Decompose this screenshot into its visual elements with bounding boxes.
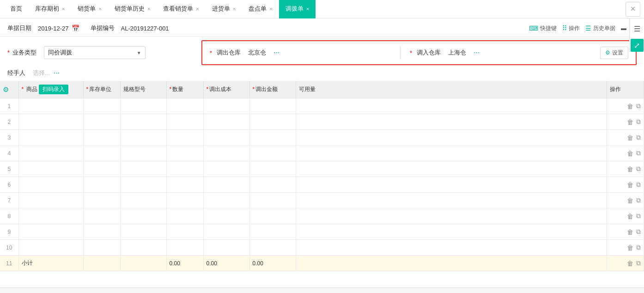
unit-cell[interactable]: [83, 161, 120, 177]
cost-cell[interactable]: [203, 98, 249, 114]
cost-cell[interactable]: [203, 130, 249, 146]
product-cell[interactable]: [18, 130, 83, 146]
copy-icon[interactable]: ⧉: [636, 118, 641, 126]
copy-icon[interactable]: ⧉: [636, 196, 641, 204]
tab-sales-close[interactable]: ×: [98, 6, 101, 12]
spec-cell[interactable]: [120, 193, 166, 208]
tab-sales[interactable]: 销货单 ×: [71, 0, 108, 18]
qty-cell[interactable]: [166, 146, 203, 161]
spec-cell[interactable]: [120, 130, 166, 146]
avail-cell[interactable]: [296, 193, 607, 208]
calendar-icon[interactable]: 📅: [72, 24, 79, 32]
qty-cell[interactable]: [166, 240, 203, 256]
product-cell[interactable]: [18, 193, 83, 208]
delete-icon[interactable]: 🗑: [627, 260, 633, 267]
tab-transfer-close[interactable]: ×: [306, 6, 309, 12]
unit-cell[interactable]: [83, 146, 120, 161]
delete-icon[interactable]: 🗑: [627, 118, 633, 126]
amount-cell[interactable]: [249, 98, 296, 114]
scan-entry-button[interactable]: 扫码录入: [39, 85, 68, 94]
delete-icon[interactable]: 🗑: [627, 228, 633, 236]
tab-inventory-init[interactable]: 库存期初 ×: [29, 0, 71, 18]
copy-icon[interactable]: ⧉: [636, 102, 641, 110]
product-cell[interactable]: [18, 240, 83, 256]
avail-cell[interactable]: [296, 146, 607, 161]
unit-cell[interactable]: [83, 98, 120, 114]
delete-icon[interactable]: 🗑: [627, 165, 633, 173]
avail-cell[interactable]: [296, 224, 607, 240]
spec-cell[interactable]: [120, 98, 166, 114]
avail-cell[interactable]: [296, 240, 607, 256]
global-close-button[interactable]: ×: [626, 2, 640, 17]
copy-icon[interactable]: ⧉: [636, 259, 641, 267]
tab-inventory[interactable]: 盘点单 ×: [242, 0, 279, 18]
cost-cell[interactable]: [203, 161, 249, 177]
settings-button[interactable]: ⚙ 设置: [600, 47, 628, 59]
avail-cell[interactable]: [296, 114, 607, 130]
tab-sales-history[interactable]: 销货单历史 ×: [108, 0, 157, 18]
amount-cell[interactable]: [249, 146, 296, 161]
tab-home[interactable]: 首页: [4, 0, 29, 18]
scrollbar[interactable]: [0, 287, 644, 293]
warehouse-out-more-btn[interactable]: ···: [273, 49, 279, 57]
qty-cell[interactable]: [166, 130, 203, 146]
unit-cell[interactable]: [83, 114, 120, 130]
spec-cell[interactable]: [120, 146, 166, 161]
delete-icon[interactable]: 🗑: [627, 197, 633, 204]
amount-cell[interactable]: [249, 208, 296, 224]
sidebar-expand-icon[interactable]: ⤢: [631, 39, 644, 52]
spec-cell[interactable]: [120, 114, 166, 130]
spec-cell[interactable]: [120, 240, 166, 256]
avail-cell[interactable]: [296, 161, 607, 177]
product-cell[interactable]: [18, 224, 83, 240]
copy-icon[interactable]: ⧉: [636, 165, 641, 173]
handler-placeholder[interactable]: 选择...: [33, 69, 50, 77]
tab-view-sales-close[interactable]: ×: [196, 6, 199, 12]
operations-btn[interactable]: ⠿ 操作: [562, 24, 580, 32]
qty-cell[interactable]: [166, 177, 203, 193]
copy-icon[interactable]: ⧉: [636, 149, 641, 157]
delete-icon[interactable]: 🗑: [627, 213, 633, 220]
cost-cell[interactable]: [203, 224, 249, 240]
shortcuts-btn[interactable]: ⌨ 快捷键: [529, 24, 557, 32]
tab-inventory-init-close[interactable]: ×: [62, 6, 65, 12]
warehouse-in-more-btn[interactable]: ···: [474, 49, 480, 57]
amount-cell[interactable]: [249, 114, 296, 130]
spec-cell[interactable]: [120, 177, 166, 193]
cost-cell[interactable]: [203, 240, 249, 256]
delete-icon[interactable]: 🗑: [627, 181, 633, 189]
amount-cell[interactable]: [249, 193, 296, 208]
copy-icon[interactable]: ⧉: [636, 228, 641, 236]
copy-icon[interactable]: ⧉: [636, 244, 641, 251]
qty-cell[interactable]: [166, 208, 203, 224]
copy-icon[interactable]: ⧉: [636, 181, 641, 189]
amount-cell[interactable]: [249, 177, 296, 193]
cost-cell[interactable]: [203, 146, 249, 161]
spec-cell[interactable]: [120, 161, 166, 177]
qty-cell[interactable]: [166, 224, 203, 240]
tab-view-sales[interactable]: 查看销货单 ×: [157, 0, 205, 18]
copy-icon[interactable]: ⧉: [636, 212, 641, 220]
delete-icon[interactable]: 🗑: [627, 244, 633, 251]
unit-cell[interactable]: [83, 130, 120, 146]
product-cell[interactable]: [18, 208, 83, 224]
avail-cell[interactable]: [296, 130, 607, 146]
delete-icon[interactable]: 🗑: [627, 103, 633, 110]
cost-cell[interactable]: [203, 208, 249, 224]
product-cell[interactable]: [18, 146, 83, 161]
business-type-select[interactable]: 同价调拨 ▼: [44, 46, 146, 59]
avail-cell[interactable]: [296, 208, 607, 224]
gear-icon[interactable]: ⚙: [3, 85, 9, 93]
tab-purchase[interactable]: 进货单 ×: [206, 0, 242, 18]
handler-more-btn[interactable]: ···: [54, 69, 60, 77]
avail-cell[interactable]: [296, 98, 607, 114]
cost-cell[interactable]: [203, 177, 249, 193]
unit-cell[interactable]: [83, 193, 120, 208]
cost-cell[interactable]: [203, 114, 249, 130]
product-cell[interactable]: [18, 177, 83, 193]
delete-icon[interactable]: 🗑: [627, 150, 633, 157]
copy-icon[interactable]: ⧉: [636, 134, 641, 141]
spec-cell[interactable]: [120, 208, 166, 224]
cost-cell[interactable]: [203, 193, 249, 208]
sidebar-list-icon[interactable]: ☰: [631, 22, 644, 35]
